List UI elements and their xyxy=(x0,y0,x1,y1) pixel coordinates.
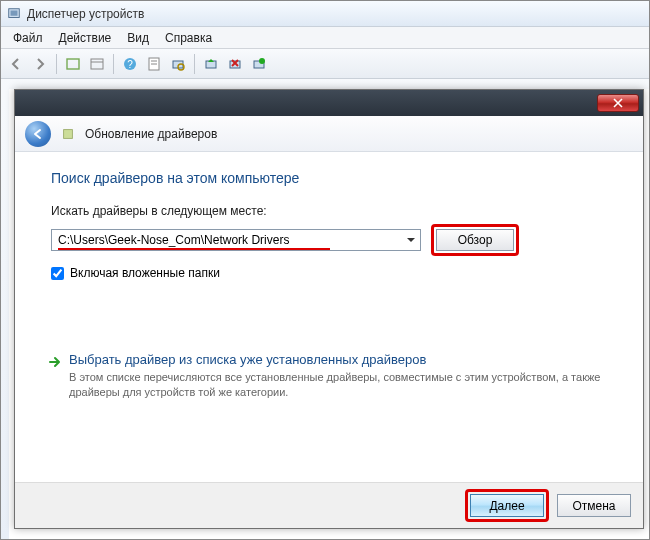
update-driver-wizard: Обновление драйверов Поиск драйверов на … xyxy=(14,89,644,529)
include-subfolders-label: Включая вложенные папки xyxy=(70,266,220,280)
toolbar-button[interactable] xyxy=(86,53,108,75)
arrow-left-icon xyxy=(31,127,45,141)
driver-icon xyxy=(61,127,75,141)
device-manager-icon xyxy=(7,7,21,21)
svg-rect-12 xyxy=(206,61,216,68)
path-row: C:\Users\Geek-Nose_Com\Network Drivers О… xyxy=(51,224,607,256)
client-area: Обновление драйверов Поиск драйверов на … xyxy=(9,89,649,539)
highlight-box: Далее xyxy=(465,489,549,522)
toolbar-separator xyxy=(113,54,114,74)
update-driver-button[interactable] xyxy=(200,53,222,75)
show-hidden-button[interactable] xyxy=(62,53,84,75)
toolbar-separator xyxy=(56,54,57,74)
svg-text:?: ? xyxy=(127,59,133,70)
browse-button[interactable]: Обзор xyxy=(436,229,514,251)
next-button[interactable]: Далее xyxy=(470,494,544,517)
wizard-header: Обновление драйверов xyxy=(15,116,643,152)
highlight-underline xyxy=(58,248,330,250)
menu-help[interactable]: Справка xyxy=(159,29,218,47)
properties-button[interactable] xyxy=(143,53,165,75)
svg-rect-18 xyxy=(64,129,73,138)
nav-forward-button[interactable] xyxy=(29,53,51,75)
wizard-titlebar xyxy=(15,90,643,116)
path-value: C:\Users\Geek-Nose_Com\Network Drivers xyxy=(58,233,289,247)
device-manager-window: Диспетчер устройств Файл Действие Вид Сп… xyxy=(0,0,650,540)
menu-file[interactable]: Файл xyxy=(7,29,49,47)
toolbar-separator xyxy=(194,54,195,74)
help-button[interactable]: ? xyxy=(119,53,141,75)
uninstall-button[interactable] xyxy=(224,53,246,75)
back-button[interactable] xyxy=(25,121,51,147)
scan-button[interactable] xyxy=(167,53,189,75)
arrow-right-icon xyxy=(47,354,63,370)
path-combobox[interactable]: C:\Users\Geek-Nose_Com\Network Drivers xyxy=(51,229,421,251)
pick-from-list-option[interactable]: Выбрать драйвер из списка уже установлен… xyxy=(69,352,609,400)
close-button[interactable] xyxy=(597,94,639,112)
menu-view[interactable]: Вид xyxy=(121,29,155,47)
toolbar: ? xyxy=(1,49,649,79)
include-subfolders-checkbox[interactable] xyxy=(51,267,64,280)
wizard-title: Обновление драйверов xyxy=(85,127,217,141)
search-location-label: Искать драйверы в следующем месте: xyxy=(51,204,607,218)
include-subfolders-row[interactable]: Включая вложенные папки xyxy=(51,266,607,280)
page-title: Поиск драйверов на этом компьютере xyxy=(51,170,607,186)
titlebar: Диспетчер устройств xyxy=(1,1,649,27)
menubar: Файл Действие Вид Справка xyxy=(1,27,649,49)
svg-rect-1 xyxy=(11,10,18,15)
close-icon xyxy=(613,98,623,108)
svg-rect-2 xyxy=(67,59,79,69)
pick-from-list-desc: В этом списке перечисляются все установл… xyxy=(69,370,609,400)
nav-back-button[interactable] xyxy=(5,53,27,75)
highlight-box: Обзор xyxy=(431,224,519,256)
wizard-body: Поиск драйверов на этом компьютере Искат… xyxy=(15,152,643,482)
pick-from-list-title: Выбрать драйвер из списка уже установлен… xyxy=(69,352,609,367)
svg-point-17 xyxy=(259,58,265,64)
menu-action[interactable]: Действие xyxy=(53,29,118,47)
window-title: Диспетчер устройств xyxy=(27,7,144,21)
cancel-button[interactable]: Отмена xyxy=(557,494,631,517)
svg-rect-3 xyxy=(91,59,103,69)
wizard-footer: Далее Отмена xyxy=(15,482,643,528)
disable-button[interactable] xyxy=(248,53,270,75)
